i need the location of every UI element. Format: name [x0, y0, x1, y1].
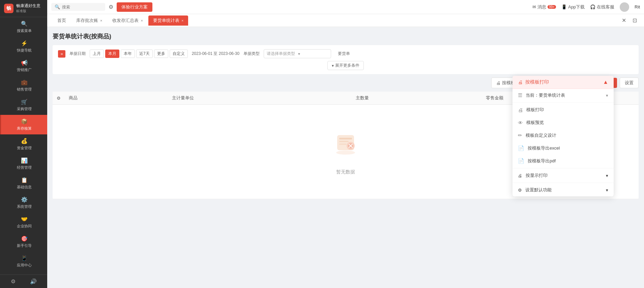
tab-batch-accounts-label: 库存批次账 [76, 18, 98, 24]
sidebar-item-enterprise[interactable]: 🤝 企业协同 [0, 213, 47, 232]
empty-icon [330, 128, 361, 165]
dropdown-item-template-preview[interactable]: 👁 模板预览 [513, 116, 614, 129]
messages-group[interactable]: ✉ 消息 99+ [532, 4, 556, 10]
col-settings[interactable]: ⚙ [53, 92, 65, 105]
sidebar-nav: 🔍 搜索菜单 ⚡ 快捷导航 📢 营销推广 💼 销售管理 🛒 采购管理 📦 [0, 17, 47, 275]
app-download-group[interactable]: 📱 App下载 [561, 4, 585, 10]
sidebar-item-newbie[interactable]: 🎯 新手引导 [0, 232, 47, 252]
date-btn-7days[interactable]: 近7天 [136, 50, 153, 58]
date-btn-custom[interactable]: 自定义 [170, 50, 188, 58]
date-range-display: 2023-06-01 至 2023-06-30 [192, 51, 239, 57]
sidebar-item-purchase[interactable]: 🛒 采购管理 [0, 95, 47, 115]
dropdown-item-export-excel[interactable]: 📄 按模板导出excel [513, 142, 614, 155]
sidebar-item-marketing[interactable]: 📢 营销推广 [0, 56, 47, 76]
print-dropdown: 🖨 按模板打印 ▲ ☰ 当前：要货单统计表 ▾ 🖨 模板打印 👁 [513, 76, 614, 196]
date-btn-this-month[interactable]: 本月 [105, 50, 119, 58]
sidebar: 畅 畅康通好生意 标准版 🔍 搜索菜单 ⚡ 快捷导航 📢 营销推广 💼 销售管理 [0, 0, 47, 288]
chevron-down-icon: ▾ [298, 52, 328, 56]
date-btn-more[interactable]: 更多 [154, 50, 168, 58]
doc-type-label: 单据类型 [243, 51, 260, 57]
expand-conditions-button[interactable]: ▾ 展开更多条件 [327, 61, 364, 70]
page-title: 要货单统计表(按商品) [53, 32, 639, 40]
settings-button[interactable]: 设置 [620, 77, 639, 88]
display-print-label: 按显示打印 [526, 172, 548, 179]
print-dropdown-title-label: 按模板打印 [525, 79, 549, 85]
dropdown-item-current[interactable]: ☰ 当前：要货单统计表 ▾ [513, 89, 614, 102]
sidebar-item-search[interactable]: 🔍 搜索菜单 [0, 17, 47, 37]
default-func-label: 设置默认功能 [525, 187, 552, 193]
tab-receipts-summary[interactable]: 收发存汇总表 × [108, 15, 147, 26]
sidebar-item-sales[interactable]: 💼 销售管理 [0, 76, 47, 95]
filter-expand-icon[interactable]: » [58, 50, 65, 58]
filter-row-1: » 单据日期 上月 本月 本年 近7天 更多 自定义 2023-06-01 至 … [58, 49, 633, 58]
order-class-label: 要货单 [338, 51, 350, 57]
dropdown-submenu-display-print[interactable]: 🖨 按显示打印 ▾ [513, 169, 614, 182]
divider-1 [513, 102, 614, 103]
sidebar-item-apps[interactable]: 📱 应用中心 [0, 252, 47, 271]
tab-batch-accounts-close[interactable]: × [100, 19, 102, 23]
operations-icon: 📊 [21, 157, 28, 164]
content-area: 要货单统计表(按商品) » 单据日期 上月 本月 本年 近7天 更多 自定义 [47, 27, 644, 288]
maximize-window-button[interactable]: ⊡ [631, 17, 639, 25]
print-dropdown-close-icon[interactable]: ▲ [603, 79, 608, 85]
settings-bottom-icon[interactable]: ⚙ [11, 278, 16, 285]
dropdown-item-export-pdf[interactable]: 📄 按模板导出pdf [513, 155, 614, 167]
doc-type-select[interactable]: 请选择单据类型 ▾ [264, 49, 331, 58]
gear-icon[interactable]: ⚙ [109, 4, 113, 10]
speaker-icon[interactable]: 🔊 [30, 278, 37, 285]
date-btn-this-year[interactable]: 本年 [121, 50, 135, 58]
svg-rect-2 [339, 138, 352, 139]
close-window-button[interactable]: ✕ [620, 17, 628, 25]
sidebar-item-quick-nav[interactable]: ⚡ 快捷导航 [0, 37, 47, 56]
logo-icon: 畅 [4, 4, 13, 13]
search-box[interactable]: 🔍 [51, 3, 105, 11]
col-quantity: 主数量 [352, 92, 482, 105]
dropdown-item-template-print[interactable]: 🖨 模板打印 [513, 103, 614, 116]
dropdown-submenu-default-func[interactable]: ⚙ 设置默认功能 ▾ [513, 184, 614, 196]
template-design-label: 模板自定义设计 [526, 132, 556, 138]
online-service-label: 在线客服 [597, 4, 614, 10]
purchase-icon: 🛒 [21, 99, 28, 105]
default-func-icon: ⚙ [518, 188, 522, 193]
tab-receipts-summary-close[interactable]: × [141, 19, 143, 23]
sidebar-item-basics[interactable]: 📋 基础信息 [0, 173, 47, 193]
sidebar-item-wechat[interactable]: 💬 企业微信 [0, 271, 47, 275]
search-input[interactable] [62, 5, 96, 9]
default-func-chevron: ▾ [606, 188, 608, 193]
current-label: 当前：要货单统计表 [526, 92, 565, 98]
printer-icon: 🖨 [496, 81, 501, 86]
tab-order-stats-close[interactable]: × [181, 19, 183, 23]
marketing-icon: 📢 [21, 60, 28, 66]
col-unit: 主计量单位 [168, 92, 352, 105]
list-icon: ☰ [518, 92, 522, 98]
logo-text: 畅康通好生意 标准版 [16, 3, 40, 13]
tab-receipts-summary-label: 收发存汇总表 [112, 18, 139, 24]
export-excel-label: 按模板导出excel [528, 145, 560, 151]
display-print-icon: 🖨 [518, 173, 522, 178]
messages-badge: 99+ [548, 5, 556, 9]
username-label: Rit [635, 4, 640, 9]
template-print-label: 模板打印 [526, 107, 544, 113]
sidebar-item-operations[interactable]: 📊 经营管理 [0, 154, 47, 173]
tab-home-label: 首页 [57, 18, 66, 24]
default-func-left: ⚙ 设置默认功能 [518, 187, 552, 193]
svg-rect-3 [339, 141, 349, 142]
tab-batch-accounts[interactable]: 库存批次账 × [71, 15, 107, 26]
date-buttons: 上月 本月 本年 近7天 更多 自定义 [90, 50, 188, 58]
trial-button[interactable]: 体验行业方案 [117, 2, 152, 12]
tab-home[interactable]: 首页 [53, 15, 71, 26]
print-dropdown-header: 🖨 按模板打印 ▲ [513, 76, 614, 89]
sidebar-item-inventory[interactable]: 📦 库存核算 [0, 115, 47, 134]
dropdown-item-template-design[interactable]: ✏ 模板自定义设计 [513, 129, 614, 142]
sidebar-item-finance[interactable]: 💰 资金管理 [0, 134, 47, 154]
sidebar-item-system[interactable]: ⚙️ 系统管理 [0, 193, 47, 213]
inventory-icon: 📦 [21, 118, 28, 125]
online-service-group[interactable]: 🎧 在线客服 [590, 4, 614, 10]
svg-point-0 [336, 151, 355, 155]
date-btn-last-month[interactable]: 上月 [90, 50, 104, 58]
tab-order-stats[interactable]: 要货单统计表 × [148, 15, 188, 26]
expand-btn-label: 展开更多条件 [335, 63, 359, 68]
avatar[interactable] [620, 2, 629, 12]
doc-type-placeholder: 请选择单据类型 [267, 51, 297, 57]
template-design-icon: ✏ [518, 132, 522, 138]
